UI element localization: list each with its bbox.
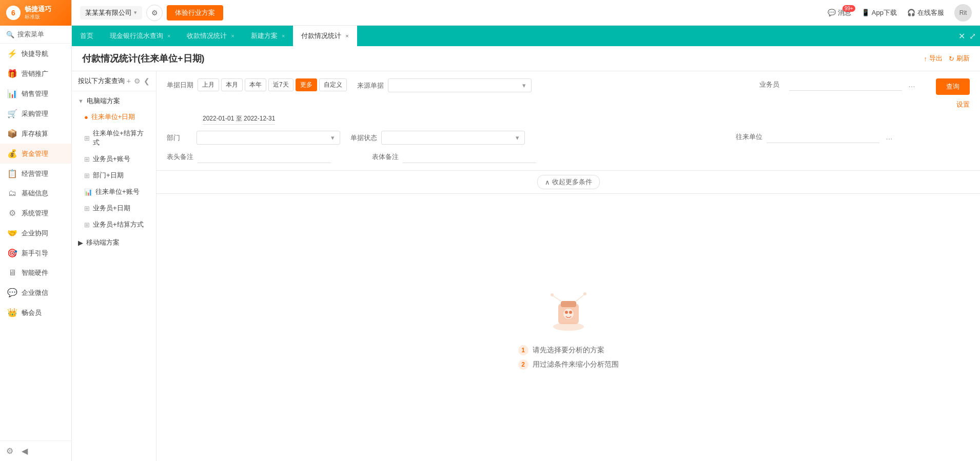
source-select[interactable]: ▾ xyxy=(388,78,532,92)
mobile-group-label: 移动端方案 xyxy=(86,238,120,247)
svg-rect-2 xyxy=(561,301,576,307)
scheme-item-label: 往来单位+账号 xyxy=(95,187,140,196)
scheme-item-label: 部门+日期 xyxy=(93,171,124,180)
app-label: App下载 xyxy=(872,8,897,17)
dept-select[interactable]: ▾ xyxy=(197,131,340,145)
tab-bank-flow[interactable]: 现金银行流水查询 × xyxy=(102,26,179,46)
sidebar-item-finance[interactable]: 💰 资金管理 xyxy=(0,144,71,164)
tab-receipt-stats-close[interactable]: × xyxy=(231,33,234,39)
tab-expand-icon[interactable]: ⤢ xyxy=(969,31,976,41)
tab-bank-flow-close[interactable]: × xyxy=(167,33,170,39)
app-download-button[interactable]: 📱 App下载 xyxy=(861,8,897,17)
tab-home-label: 首页 xyxy=(80,31,93,41)
scheme-panel-icons: + ⚙ ❮ xyxy=(127,77,150,85)
partner-input[interactable] xyxy=(767,131,879,143)
scheme-item-icon: ⊞ xyxy=(84,134,90,142)
scheme-item-partner-settle[interactable]: ⊞ 往来单位+结算方式 xyxy=(72,125,156,151)
scheme-collapse-button[interactable]: ❮ xyxy=(144,77,150,85)
sidebar-item-label: 智能硬件 xyxy=(22,268,48,277)
bill-status-select[interactable]: ▾ xyxy=(381,131,525,145)
settings-link[interactable]: 设置 xyxy=(956,97,970,112)
scheme-panel: 按以下方案查询 + ⚙ ❮ ▼ 电脑端方案 ● 往来单位+日期 xyxy=(72,71,156,461)
hint-text-1: 请先选择要分析的方案 xyxy=(533,346,604,355)
svg-point-5 xyxy=(569,311,572,314)
service-button[interactable]: 🎧 在线客服 xyxy=(907,8,944,17)
tab-home[interactable]: 首页 xyxy=(72,26,102,46)
trial-button[interactable]: 体验行业方案 xyxy=(167,5,223,21)
scheme-mobile-group[interactable]: ▶ 移动端方案 xyxy=(72,235,156,250)
filter-area: 单据日期 上月 本月 本年 近7天 更多 自定义 来源单据 xyxy=(156,71,980,171)
scheme-item-icon: ⊞ xyxy=(84,172,90,179)
date-btn-more[interactable]: 更多 xyxy=(296,78,317,91)
page-header: 付款情况统计(往来单位+日期) ↑ 导出 ↻ 刷新 xyxy=(72,46,980,71)
sidebar-item-marketing[interactable]: 🎁 营销推广 xyxy=(0,64,71,84)
tab-payment-stats-close[interactable]: × xyxy=(345,33,348,39)
scheme-item-staff-date[interactable]: ⊞ 业务员+日期 xyxy=(72,200,156,216)
scheme-item-staff-settle[interactable]: ⊞ 业务员+结算方式 xyxy=(72,216,156,233)
chevron-down-icon: ▾ xyxy=(134,9,137,16)
svg-point-9 xyxy=(583,292,586,295)
right-panel: 单据日期 上月 本月 本年 近7天 更多 自定义 来源单据 xyxy=(156,71,980,461)
scheme-item-icon: ⊞ xyxy=(84,205,90,212)
scheme-item-partner-date[interactable]: ● 往来单位+日期 xyxy=(72,109,156,125)
scheme-item-staff-account[interactable]: ⊞ 业务员+账号 xyxy=(72,151,156,167)
sidebar-item-purchase[interactable]: 🛒 采购管理 xyxy=(0,104,71,124)
sidebar-item-vip[interactable]: 👑 畅会员 xyxy=(0,303,71,323)
inventory-icon: 📦 xyxy=(7,129,17,138)
query-button[interactable]: 查询 xyxy=(936,78,970,95)
tab-new-scheme[interactable]: 新建方案 × xyxy=(243,26,293,46)
export-button[interactable]: ↑ 导出 xyxy=(924,54,943,63)
scheme-settings-button[interactable]: ⚙ xyxy=(134,77,141,85)
sidebar-item-hardware[interactable]: 🖥 智能硬件 xyxy=(0,263,71,283)
staff-dots-button[interactable]: … xyxy=(906,78,917,91)
topbar-right: 💬 消息 99+ 📱 App下载 🎧 在线客服 Rit xyxy=(828,4,972,22)
body-remark-input[interactable] xyxy=(403,151,536,163)
refresh-button[interactable]: ↻ 刷新 xyxy=(949,54,970,63)
sidebar-item-system[interactable]: ⚙ 系统管理 xyxy=(0,203,71,223)
operations-icon: 📋 xyxy=(7,169,17,178)
sidebar-item-operations[interactable]: 📋 经营管理 xyxy=(0,164,71,184)
scheme-add-button[interactable]: + xyxy=(127,77,131,85)
sidebar-item-label: 营销推广 xyxy=(22,69,48,78)
tab-new-scheme-close[interactable]: × xyxy=(282,33,285,39)
sidebar-item-guide[interactable]: 🎯 新手引导 xyxy=(0,243,71,263)
hint-num-1: 1 xyxy=(518,345,528,355)
sidebar-item-enterprise[interactable]: 🤝 企业协同 xyxy=(0,223,71,243)
search-menu[interactable]: 🔍 搜索菜单 xyxy=(0,26,71,44)
date-btn-last-7d[interactable]: 近7天 xyxy=(268,78,293,91)
scheme-desktop-group-header[interactable]: ▼ 电脑端方案 xyxy=(72,93,156,109)
source-label: 来源单据 xyxy=(357,81,384,90)
topbar-settings-button[interactable]: ⚙ xyxy=(146,5,163,21)
hint-text-2: 用过滤条件来缩小分析范围 xyxy=(533,360,619,369)
scheme-item-dept-date[interactable]: ⊞ 部门+日期 xyxy=(72,167,156,184)
sidebar-item-sales[interactable]: 📊 销售管理 xyxy=(0,84,71,104)
date-btn-last-month[interactable]: 上月 xyxy=(198,78,219,91)
staff-input[interactable] xyxy=(789,78,902,91)
user-avatar[interactable]: Rit xyxy=(954,4,972,22)
partner-label: 往来单位 xyxy=(736,132,762,142)
tab-close-all-icon[interactable]: ✕ xyxy=(958,31,965,41)
tab-payment-stats[interactable]: 付款情况统计 × xyxy=(293,26,357,46)
sidebar-item-label: 库存核算 xyxy=(22,129,48,138)
header-remark-input[interactable] xyxy=(198,151,331,163)
sidebar-item-inventory[interactable]: 📦 库存核算 xyxy=(0,124,71,144)
marketing-icon: 🎁 xyxy=(7,69,17,78)
sidebar-item-quick-nav[interactable]: ⚡ 快捷导航 xyxy=(0,44,71,64)
date-btn-this-year[interactable]: 本年 xyxy=(245,78,266,91)
footer-settings-icon[interactable]: ⚙ xyxy=(6,446,13,456)
scheme-item-partner-account[interactable]: 📊 往来单位+账号 xyxy=(72,184,156,200)
query-actions: 查询 设置 xyxy=(936,78,970,112)
collapse-button[interactable]: ∧ 收起更多条件 xyxy=(537,175,600,189)
tab-receipt-stats[interactable]: 收款情况统计 × xyxy=(179,26,242,46)
date-btn-this-month[interactable]: 本月 xyxy=(221,78,243,91)
tab-payment-stats-label: 付款情况统计 xyxy=(301,31,341,41)
date-label: 单据日期 xyxy=(167,81,193,90)
date-btn-custom[interactable]: 自定义 xyxy=(319,78,347,91)
message-button[interactable]: 💬 消息 99+ xyxy=(828,8,851,17)
empty-illustration xyxy=(543,286,594,339)
company-selector[interactable]: 某某某有限公司 ▾ xyxy=(80,6,142,19)
footer-collapse-icon[interactable]: ◀ xyxy=(22,446,28,456)
partner-dots-button[interactable]: … xyxy=(884,131,895,143)
sidebar-item-base[interactable]: 🗂 基础信息 xyxy=(0,184,71,203)
sidebar-item-wechat[interactable]: 💬 企业微信 xyxy=(0,283,71,303)
